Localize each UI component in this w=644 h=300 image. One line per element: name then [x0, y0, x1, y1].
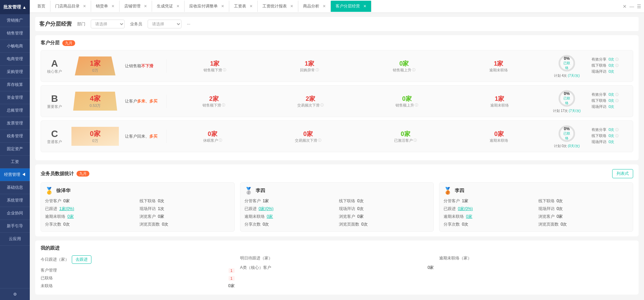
stat-info-icon[interactable]: ⓘ: [413, 138, 417, 143]
sidebar-item-system[interactable]: 系统管理: [0, 194, 30, 207]
sidebar-settings[interactable]: ⚙: [0, 288, 30, 300]
stat-info-icon[interactable]: ⓘ: [316, 68, 319, 72]
followup-today-row3: 未联络 0家: [41, 282, 235, 290]
tab-ar-ap[interactable]: 应收应付调整单 ✕: [185, 1, 229, 12]
tier-a-stat3: 0家 销售额上升 ⓘ: [390, 60, 418, 73]
tab-store-manage[interactable]: 店铺管理 ✕: [120, 1, 152, 12]
tab-payroll-table[interactable]: 工资表 ✕: [229, 1, 258, 12]
sidebar-item-payroll[interactable]: 工资: [0, 156, 30, 168]
tab-close-voucher[interactable]: ✕: [176, 4, 179, 8]
tab-close-product-analysis[interactable]: ✕: [323, 4, 326, 8]
sidebar-item-inventory[interactable]: 库存核算: [0, 78, 30, 91]
person-2-stat-visit: 现场拜访 0次: [339, 206, 429, 212]
tab-payroll-report[interactable]: 工资统计报表 ✕: [258, 1, 298, 12]
tier-a-label: A 核心客户: [41, 58, 68, 74]
sales-select[interactable]: 请选择: [148, 20, 181, 28]
page-header: 客户分层经营 部门 请选择 业务员 请选择 ···: [35, 17, 639, 31]
person-3-stat-pages: 浏览页面数 0次: [538, 222, 629, 227]
tab-store-products[interactable]: 门店商品目录 ✕: [50, 1, 91, 12]
sidebar-top-label: 批发管理: [3, 4, 21, 10]
more-options-icon[interactable]: ···: [187, 22, 190, 26]
tab-close-customer-tier[interactable]: ✕: [363, 4, 366, 8]
tab-scroll-left-icon[interactable]: ✕: [623, 4, 627, 9]
tab-close-ar-ap[interactable]: ✕: [221, 4, 224, 8]
goto-followup-button[interactable]: 去跟进: [72, 255, 91, 264]
sidebar-item-sales[interactable]: 销售管理: [0, 27, 30, 40]
person-3-header: 🥉 李四: [444, 187, 629, 195]
tier-c-tip: 让客户回来、多买: [122, 134, 166, 139]
tier-a-contact: 1家 逾期未联络: [487, 60, 511, 73]
person-2-stat-pages: 浏览页面数 0次: [339, 222, 429, 227]
person-1-stats: 分管客户 0家 线下联络 0次 已跟进 1家(0%) 现场拜访: [45, 198, 230, 227]
tier-c-stats: 0家 休眠客户 ⓘ 0家 交易频次下滑 ⓘ 0家: [166, 130, 545, 143]
page-title: 客户分层经营: [39, 21, 72, 28]
stat-info-icon[interactable]: ⓘ: [320, 103, 324, 108]
stat-info-icon[interactable]: ⓘ: [223, 68, 226, 72]
list-view-button[interactable]: 列表式: [612, 169, 633, 178]
tier-a-tip: 让销售额不下滑: [122, 63, 166, 69]
person-1-stat-overdue: 逾期未联络 0家: [45, 214, 135, 220]
person-3-name: 李四: [455, 188, 464, 194]
sidebar-item-management[interactable]: 经营管理 ◀: [0, 168, 30, 181]
person-1-stat-visit: 现场拜访 1次: [139, 206, 230, 212]
tier-c-stat1: 0家 休眠客户 ⓘ: [200, 130, 225, 143]
tab-close-payroll-report[interactable]: ✕: [290, 4, 293, 8]
person-3-stat-share: 分享次数 0次: [444, 222, 534, 227]
tab-home[interactable]: 首页: [33, 1, 50, 12]
sidebar-item-purchase[interactable]: 采购管理: [0, 66, 30, 78]
stat-info-icon[interactable]: ⓘ: [222, 103, 225, 108]
followup-title: 我的跟进: [41, 245, 633, 251]
person-1-stat-followed: 已跟进 1家(0%): [45, 206, 135, 212]
tab-product-analysis[interactable]: 商品分析 ✕: [298, 1, 331, 12]
person-2-stat-share: 分享次数 0次: [244, 222, 335, 227]
person-2-stat-followed: 已跟进 0家(0%): [244, 206, 335, 212]
followup-overdue: 逾期未联络（家）: [439, 255, 633, 290]
tab-voucher[interactable]: 生成凭证 ✕: [152, 1, 185, 12]
sidebar-expand-icon[interactable]: ▲: [22, 5, 27, 10]
tab-close-payroll-table[interactable]: ✕: [250, 4, 253, 8]
tab-customer-tier[interactable]: 客户分层经营 ✕: [331, 1, 371, 12]
tier-b-stat3: 0家 销售额上升 ⓘ: [393, 95, 421, 108]
tab-bar: 首页 门店商品目录 ✕ 销货单 ✕ 店铺管理 ✕ 生成凭证 ✕ 应收应付调整单 …: [30, 0, 644, 13]
sidebar-item-assets[interactable]: 固定资产: [0, 143, 30, 156]
sidebar-item-cloud[interactable]: 云应用: [0, 233, 30, 246]
person-3-stat-followed: 已跟进 0家(0%): [444, 206, 534, 212]
sidebar-item-collab[interactable]: 企业协同: [0, 207, 30, 220]
sidebar-item-ledger[interactable]: 总账管理: [0, 104, 30, 117]
tab-close-store-products[interactable]: ✕: [83, 4, 86, 8]
sidebar-top[interactable]: 批发管理 ▲: [0, 0, 30, 14]
biz-stats-badge: 九月: [77, 171, 89, 177]
sidebar-item-ecommerce-small[interactable]: 小畅电商: [0, 40, 30, 53]
stat-info-icon[interactable]: ⓘ: [219, 138, 222, 143]
sidebar-item-marketing[interactable]: 营销推广: [0, 14, 30, 27]
dept-select[interactable]: 请选择: [91, 20, 125, 28]
person-3-stat-overdue: 逾期未联络 0家: [444, 214, 534, 220]
sidebar-item-ecommerce[interactable]: 电商管理: [0, 53, 30, 66]
tier-a-stat1: 1家 销售额下滑 ⓘ: [201, 60, 229, 73]
sales-persons-grid: 🥇 徐泽华 分管客户 0家 线下联络 0次 已跟进: [41, 182, 633, 232]
stat-info-icon[interactable]: ⓘ: [415, 103, 418, 108]
stat-info-icon[interactable]: ⓘ: [412, 68, 415, 72]
tier-c-circle: 0% 已联络 计划 0次 (0天/次): [545, 124, 589, 148]
person-3-stat-visit: 现场拜访 0次: [538, 206, 629, 212]
person-2-stat-managed: 分管客户 1家: [244, 198, 335, 204]
tier-b-summary: 4家 0.53万: [68, 92, 122, 111]
sidebar-item-base[interactable]: 基础信息: [0, 181, 30, 194]
person-card-2: 🥈 李四 分管客户 1家 线下联络 0次 已跟进: [240, 182, 434, 232]
tier-b-stat2: 2家 交易频次下滑 ⓘ: [295, 95, 326, 108]
tab-menu-icon[interactable]: ☰: [637, 4, 641, 9]
tab-scroll-right-icon[interactable]: —: [629, 4, 634, 9]
tab-close-store-manage[interactable]: ✕: [144, 4, 147, 8]
sidebar-item-invoice[interactable]: 发票管理: [0, 117, 30, 130]
sidebar-item-tax[interactable]: 税务管理: [0, 130, 30, 143]
tier-b-tip: 让客户多来、多买: [122, 98, 166, 104]
tab-close-sales-order[interactable]: ✕: [111, 4, 114, 8]
sidebar-item-guide[interactable]: 新手引导: [0, 220, 30, 233]
sidebar-item-finance[interactable]: 资金管理: [0, 91, 30, 104]
followup-today-row2: 已联络 1: [41, 274, 235, 282]
tab-sales-order[interactable]: 销货单 ✕: [91, 1, 120, 12]
person-1-header: 🥇 徐泽华: [45, 187, 230, 195]
stat-info-icon[interactable]: ⓘ: [318, 138, 321, 143]
person-2-stat-offline: 线下联络 0次: [339, 198, 429, 204]
person-2-name: 李四: [256, 188, 265, 194]
